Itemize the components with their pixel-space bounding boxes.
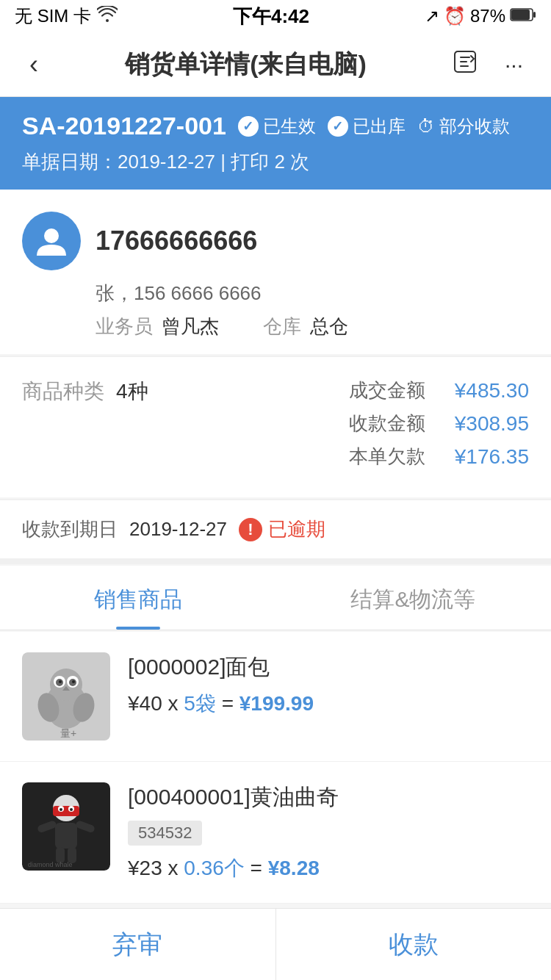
due-date-label: 收款到期日 (22, 516, 118, 542)
status-shipped: ✓ 已出库 (328, 115, 406, 138)
product-price-line-2: ¥23 x 0.36个 = ¥8.28 (128, 854, 529, 882)
collect-payment-label: 收款 (389, 928, 439, 962)
status-effective-label: 已生效 (263, 115, 316, 138)
page-title: 销货单详情(来自电脑) (125, 48, 367, 82)
svg-point-12 (59, 680, 62, 683)
order-id: SA-20191227-001 (22, 112, 226, 140)
svg-point-23 (60, 808, 62, 811)
svg-point-13 (72, 680, 75, 683)
received-row: 收款金额 ¥308.95 (349, 411, 529, 436)
svg-point-24 (70, 808, 73, 811)
product-name-2: [000400001]黄油曲奇 (128, 782, 529, 813)
summary-section: 商品种类 4种 成交金额 ¥485.30 收款金额 ¥308.95 本单欠款 ¥… (0, 357, 551, 497)
tab-settlement-label: 结算&物流等 (350, 587, 475, 611)
sim-label: 无 SIM 卡 (15, 4, 91, 28)
owed-label: 本单欠款 (349, 444, 425, 469)
product-total-2: ¥8.28 (268, 857, 320, 879)
back-button[interactable]: ‹ (22, 42, 46, 87)
customer-phone: 17666666666 (96, 226, 257, 256)
cancel-audit-button[interactable]: 弃审 (0, 909, 276, 980)
battery-level: 87% (470, 6, 505, 26)
battery-icon (510, 6, 536, 26)
product-price-1: ¥40 (128, 692, 162, 715)
summary-right: 成交金额 ¥485.30 收款金额 ¥308.95 本单欠款 ¥176.35 (349, 378, 529, 477)
products-section: 量+ [0000002]面包 ¥40 x 5袋 = ¥199.99 (0, 632, 551, 904)
svg-rect-1 (511, 10, 530, 20)
order-header: SA-20191227-001 ✓ 已生效 ✓ 已出库 ⏱ 部分收款 单据日期：… (0, 97, 551, 190)
overdue-icon: ! (239, 518, 262, 541)
product-image-1: 量+ (22, 652, 110, 741)
overdue-text: 已逾期 (268, 516, 325, 542)
status-effective: ✓ 已生效 (238, 115, 316, 138)
status-shipped-label: 已出库 (353, 115, 406, 138)
customer-avatar (22, 212, 81, 270)
status-partial: ⏱ 部分收款 (417, 115, 510, 138)
svg-text:diamond whale: diamond whale (28, 861, 73, 868)
nav-bar: ‹ 销货单详情(来自电脑) ··· (0, 32, 551, 97)
nav-actions: ··· (446, 43, 529, 86)
overdue-badge: ! 已逾期 (239, 516, 325, 542)
staff-item: 业务员 曾凡杰 (96, 314, 219, 339)
product-name-1: [0000002]面包 (128, 652, 529, 682)
staff-value: 曾凡杰 (162, 314, 219, 339)
check-icon-2: ✓ (328, 116, 348, 137)
status-time: 下午4:42 (233, 4, 309, 29)
product-qty-2: 0.36个 (184, 857, 245, 879)
alarm-icon: ⏰ (444, 6, 466, 26)
product-sku-2: 534532 (128, 821, 202, 846)
due-date-value: 2019-12-27 (129, 518, 227, 541)
check-icon-1: ✓ (238, 116, 259, 137)
bottom-bar: 弃审 收款 (0, 908, 551, 980)
svg-rect-20 (53, 806, 79, 816)
received-value: ¥308.95 (455, 412, 529, 436)
customer-name-phone: 张，156 6666 6666 (22, 281, 529, 306)
amount-value: ¥485.30 (455, 379, 529, 403)
warehouse-label: 仓库 (263, 314, 301, 339)
received-label: 收款金额 (349, 411, 425, 436)
warehouse-value: 总仓 (310, 314, 348, 339)
status-left: 无 SIM 卡 (15, 4, 118, 28)
staff-label: 业务员 (96, 314, 153, 339)
product-image-2: diamond whale (22, 782, 110, 871)
tabs-bar: 销售商品 结算&物流等 (0, 566, 551, 630)
share-button[interactable] (446, 43, 484, 86)
cancel-audit-label: 弃审 (112, 928, 162, 962)
customer-section: 17666666666 张，156 6666 6666 业务员 曾凡杰 仓库 总… (0, 190, 551, 354)
svg-rect-25 (55, 823, 77, 849)
summary-left: 商品种类 4种 (22, 378, 148, 406)
product-price-line-1: ¥40 x 5袋 = ¥199.99 (128, 690, 529, 718)
wifi-icon (97, 6, 118, 26)
owed-row: 本单欠款 ¥176.35 (349, 444, 529, 469)
clock-icon: ⏱ (417, 116, 435, 137)
svg-rect-2 (533, 12, 536, 18)
tab-settlement[interactable]: 结算&物流等 (276, 566, 551, 630)
product-item-2: diamond whale [000400001]黄油曲奇 534532 ¥23… (0, 762, 551, 904)
amount-row: 成交金额 ¥485.30 (349, 378, 529, 403)
amount-label: 成交金额 (349, 378, 425, 403)
order-date-line: 单据日期：2019-12-27 | 打印 2 次 (22, 149, 529, 175)
types-value: 4种 (116, 378, 148, 406)
due-date-section: 收款到期日 2019-12-27 ! 已逾期 (0, 500, 551, 564)
more-button[interactable]: ··· (499, 46, 529, 83)
product-total-1: ¥199.99 (240, 692, 314, 715)
customer-staff-row: 业务员 曾凡杰 仓库 总仓 (22, 314, 529, 339)
warehouse-item: 仓库 总仓 (263, 314, 348, 339)
tab-products-label: 销售商品 (94, 587, 182, 611)
svg-text:量+: 量+ (60, 727, 76, 739)
types-label: 商品种类 (22, 378, 104, 406)
status-right: ↗ ⏰ 87% (425, 6, 536, 26)
status-bar: 无 SIM 卡 下午4:42 ↗ ⏰ 87% (0, 0, 551, 32)
product-price-2: ¥23 (128, 857, 162, 879)
owed-value: ¥176.35 (455, 445, 529, 469)
product-types-row: 商品种类 4种 (22, 378, 148, 406)
product-details-2: [000400001]黄油曲奇 534532 ¥23 x 0.36个 = ¥8.… (128, 782, 529, 882)
status-partial-label: 部分收款 (439, 115, 510, 138)
product-details-1: [0000002]面包 ¥40 x 5袋 = ¥199.99 (128, 652, 529, 718)
tab-products[interactable]: 销售商品 (0, 566, 276, 630)
location-icon: ↗ (425, 6, 439, 26)
collect-payment-button[interactable]: 收款 (276, 909, 552, 980)
svg-point-4 (44, 228, 59, 243)
product-item-1: 量+ [0000002]面包 ¥40 x 5袋 = ¥199.99 (0, 632, 551, 762)
product-qty-1: 5袋 (184, 692, 216, 715)
